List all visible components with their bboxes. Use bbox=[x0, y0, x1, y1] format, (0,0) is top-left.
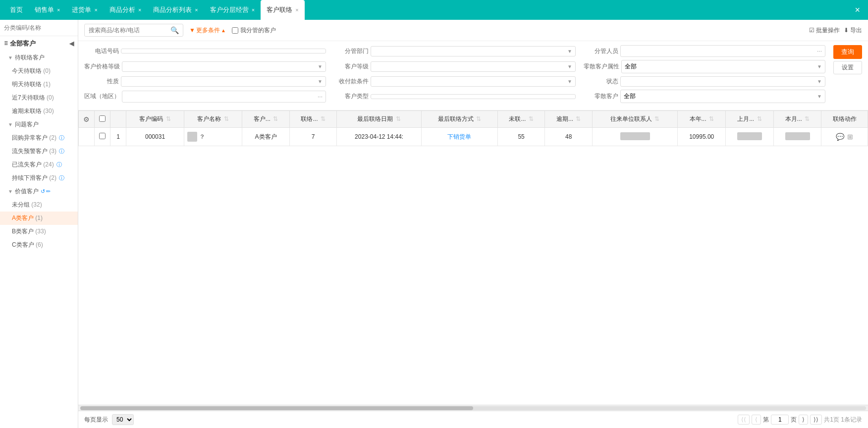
nav-tab-purchase[interactable]: 进货单 × bbox=[66, 0, 103, 20]
close-purchase-icon[interactable]: × bbox=[94, 7, 97, 13]
sidebar-item-overdue[interactable]: 逾期未联络 (30) bbox=[0, 105, 78, 118]
col-seq bbox=[110, 111, 126, 128]
sidebar-item-churn-warning[interactable]: 流失预警客户 (3) ⓘ bbox=[0, 145, 78, 158]
sidebar-item-repurchase[interactable]: 回购异常客户 (2) ⓘ bbox=[0, 131, 78, 145]
col-action: 联络动作 bbox=[821, 111, 868, 128]
col-checkbox bbox=[95, 111, 110, 128]
filter-right-actions: 查询 设置 bbox=[833, 45, 862, 106]
customer-grade-select[interactable]: ▼ bbox=[371, 61, 576, 72]
close-customer-segment-icon[interactable]: × bbox=[252, 7, 255, 13]
nav-tab-customer-contact[interactable]: 客户联络 × bbox=[261, 0, 304, 20]
sort-contact-icon: ⇅ bbox=[321, 115, 326, 122]
contact-method-link[interactable]: 下销货单 bbox=[447, 133, 471, 140]
nav-tab-customer-segment[interactable]: 客户分层经营 × bbox=[204, 0, 261, 20]
page-number-input[interactable] bbox=[771, 415, 789, 425]
person-select[interactable]: ··· bbox=[620, 45, 825, 57]
table-container: ⚙ 客户编码 ⇅ 客户名称 ⇅ bbox=[78, 110, 868, 405]
next-page-button[interactable]: ⟩ bbox=[799, 415, 808, 425]
sidebar: 🔍 ⠿ 全部客户 ◀ ▼ 待联络客户 今天待联络 (0) 明天待联络 (1) 近… bbox=[0, 20, 78, 428]
close-analysis-list-icon[interactable]: × bbox=[195, 7, 198, 13]
row-customer-type: A类客户 bbox=[242, 128, 290, 146]
first-page-button[interactable]: ⟨⟨ bbox=[738, 415, 750, 425]
sidebar-item-class-b[interactable]: B类客户 (33) bbox=[0, 225, 78, 238]
nature-select[interactable]: ▼ bbox=[121, 76, 326, 87]
sort-not-icon: ⇅ bbox=[529, 115, 534, 122]
sidebar-all-customers[interactable]: ⠿ 全部客户 ◀ bbox=[0, 36, 78, 51]
sidebar-group-value[interactable]: ▼ 价值客户 ↺ ✏ bbox=[0, 185, 78, 198]
row-select-checkbox[interactable] bbox=[99, 133, 106, 139]
sort-method-icon: ⇅ bbox=[476, 115, 481, 122]
close-customer-contact-icon[interactable]: × bbox=[295, 7, 298, 13]
nav-tab-analysis[interactable]: 商品分析 × bbox=[104, 0, 147, 20]
more-filter-button[interactable]: ▼ 更多条件 ▲ bbox=[189, 26, 226, 35]
sidebar-item-class-a[interactable]: A类客户 (1) bbox=[0, 212, 78, 225]
row-name: ？ bbox=[184, 128, 242, 146]
arrow-value-icon: ▼ bbox=[8, 189, 13, 194]
region-select[interactable]: ··· bbox=[122, 91, 326, 103]
horizontal-scrollbar[interactable] bbox=[78, 405, 868, 411]
export-button[interactable]: ⬇ 导出 bbox=[844, 26, 862, 35]
export-icon: ⬇ bbox=[844, 27, 849, 34]
content-area: 🔍 ▼ 更多条件 ▲ 我分管的客户 ☑ 批量操作 ⬇ 导出 bbox=[78, 20, 868, 428]
sidebar-item-churned[interactable]: 已流失客户 (24) ⓘ bbox=[0, 158, 78, 171]
last-page-button[interactable]: ⟩⟩ bbox=[810, 415, 822, 425]
scrollbar-thumb[interactable] bbox=[80, 406, 473, 410]
sidebar-item-class-c[interactable]: C类客户 (6) bbox=[0, 238, 78, 252]
customer-type-input[interactable] bbox=[371, 94, 576, 99]
nav-tab-sales[interactable]: 销售单 × bbox=[29, 0, 66, 20]
nav-tab-home[interactable]: 首页 bbox=[4, 0, 29, 20]
grid-icon[interactable]: ⊞ bbox=[847, 133, 853, 141]
search-button[interactable]: 查询 bbox=[833, 45, 862, 59]
select-all-checkbox[interactable] bbox=[99, 115, 106, 122]
sidebar-item-ungrouped[interactable]: 未分组 (32) bbox=[0, 198, 78, 212]
close-sales-icon[interactable]: × bbox=[57, 7, 60, 13]
filter-field-price-grade: 客户价格等级 ▼ bbox=[84, 61, 326, 72]
sidebar-group-problem[interactable]: ▼ 问题客户 bbox=[0, 118, 78, 131]
retail-attr-select[interactable]: 全部▼ bbox=[621, 60, 825, 73]
this-month-placeholder bbox=[785, 132, 810, 140]
payment-select[interactable]: ▼ bbox=[371, 76, 576, 87]
filter-search-input[interactable] bbox=[89, 27, 170, 34]
action-icons-container: 💬 ⊞ bbox=[824, 133, 865, 141]
row-seq: 1 bbox=[110, 128, 126, 146]
advanced-filter: 电话号码 分管部门 ▼ 分管人员 ·· bbox=[78, 41, 868, 110]
filter-field-retail-customer: 零散客户 全部▼ bbox=[584, 90, 825, 103]
row-overdue: 48 bbox=[545, 128, 593, 146]
retail-customer-select[interactable]: 全部▼ bbox=[620, 90, 825, 103]
filter-bar: 🔍 ▼ 更多条件 ▲ 我分管的客户 ☑ 批量操作 ⬇ 导出 bbox=[78, 20, 868, 41]
close-analysis-icon[interactable]: × bbox=[138, 7, 141, 13]
sidebar-group-pending[interactable]: ▼ 待联络客户 bbox=[0, 51, 78, 64]
phone-input[interactable] bbox=[121, 49, 326, 54]
row-unit-contact bbox=[593, 128, 678, 146]
chat-icon[interactable]: 💬 bbox=[836, 133, 844, 141]
sidebar-item-declining[interactable]: 持续下滑客户 (2) ⓘ bbox=[0, 171, 78, 185]
filter-row-3: 性质 ▼ 收付款条件 ▼ bbox=[84, 76, 825, 87]
gear-button[interactable]: ⚙ bbox=[83, 115, 90, 123]
setting-button[interactable]: 设置 bbox=[833, 61, 862, 74]
col-this-year: 本年... ⇅ bbox=[678, 111, 726, 128]
dept-select[interactable]: ▼ bbox=[371, 46, 576, 56]
col-gear: ⚙ bbox=[79, 111, 95, 128]
table-header-row: ⚙ 客户编码 ⇅ 客户名称 ⇅ bbox=[79, 111, 868, 128]
sort-code-icon: ⇅ bbox=[166, 115, 171, 122]
filter-field-payment: 收付款条件 ▼ bbox=[334, 76, 576, 87]
col-unit-contact: 往来单位联系人 ⇅ bbox=[593, 111, 678, 128]
sidebar-search-input[interactable] bbox=[4, 24, 78, 31]
per-page-select[interactable]: 50 bbox=[112, 414, 134, 425]
filter-row-1: 电话号码 分管部门 ▼ 分管人员 ·· bbox=[84, 45, 825, 57]
sort-lmonth-icon: ⇅ bbox=[757, 115, 762, 122]
batch-op-button[interactable]: ☑ 批量操作 bbox=[809, 26, 840, 35]
row-checkbox bbox=[95, 128, 110, 146]
close-all-button[interactable]: × bbox=[851, 5, 864, 15]
my-customer-checkbox[interactable] bbox=[232, 27, 238, 34]
bottom-bar: 每页显示 50 ⟨⟨ ⟨ 第 页 ⟩ ⟩⟩ 共1页 1条记录 bbox=[78, 411, 868, 428]
sidebar-item-7days[interactable]: 近7天待联络 (0) bbox=[0, 91, 78, 105]
prev-page-button[interactable]: ⟨ bbox=[752, 415, 761, 425]
status-select[interactable]: ▼ bbox=[620, 76, 825, 87]
price-grade-select[interactable]: ▼ bbox=[122, 61, 326, 72]
sidebar-item-tomorrow[interactable]: 明天待联络 (1) bbox=[0, 78, 78, 91]
sidebar-item-today[interactable]: 今天待联络 (0) bbox=[0, 64, 78, 78]
row-this-month bbox=[773, 128, 821, 146]
filter-actions: ☑ 批量操作 ⬇ 导出 bbox=[809, 26, 862, 35]
nav-tab-analysis-list[interactable]: 商品分析列表 × bbox=[147, 0, 204, 20]
